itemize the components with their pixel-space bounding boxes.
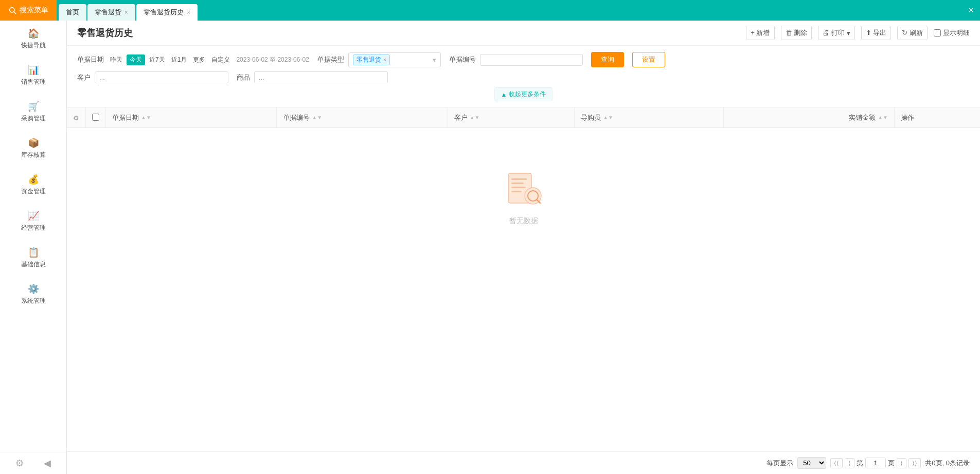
- doc-type-filter-group: 单据类型 零售退货 × ▾: [317, 52, 441, 67]
- sort-doc-number[interactable]: 单据编号 ▲▼: [283, 113, 441, 122]
- doc-type-tag-close[interactable]: ×: [383, 57, 386, 63]
- sort-doc-date[interactable]: 单据日期 ▲▼: [112, 113, 270, 122]
- prev-page-button[interactable]: ⟨: [845, 458, 854, 468]
- tab-retail-return[interactable]: 零售退货 ×: [87, 4, 135, 21]
- sort-doc-date-icon: ▲▼: [141, 115, 151, 120]
- date-opt-more[interactable]: 更多: [191, 54, 207, 65]
- doc-type-select[interactable]: 零售退货 × ▾: [348, 52, 441, 67]
- customer-filter-group: 客户 ...: [77, 71, 228, 83]
- customer-select[interactable]: ...: [95, 71, 228, 83]
- tab-retail-return-history[interactable]: 零售退货历史 ×: [136, 4, 198, 21]
- date-filter-label: 单据日期: [77, 55, 104, 64]
- tab-retail-return-history-close[interactable]: ×: [187, 9, 190, 16]
- col-doc-number: 单据编号 ▲▼: [277, 108, 448, 128]
- search-menu-button[interactable]: 搜索菜单: [0, 0, 57, 21]
- total-records: 共0页, 0条记录: [925, 459, 970, 468]
- operations-icon: 📈: [28, 210, 39, 222]
- date-opt-1month[interactable]: 近1月: [169, 54, 189, 65]
- svg-rect-5: [511, 187, 526, 188]
- sort-doc-number-icon: ▲▼: [312, 115, 322, 120]
- date-opt-custom[interactable]: 自定义: [209, 54, 232, 65]
- page-label: 第: [857, 459, 863, 468]
- date-opt-7days[interactable]: 近7天: [147, 54, 167, 65]
- doc-number-input[interactable]: [480, 54, 583, 66]
- goods-placeholder: ...: [259, 74, 264, 81]
- sort-amount[interactable]: 实销金额 ▲▼: [730, 113, 888, 122]
- sidebar-settings-button[interactable]: ⚙: [15, 458, 24, 469]
- doc-type-tag: 零售退货 ×: [353, 54, 390, 65]
- select-all-checkbox[interactable]: [92, 114, 99, 121]
- table-footer: 每页显示 50 10 20 100 ⟨⟨ ⟨ 第 页 ⟩ ⟩⟩ 共0页, 0条记…: [67, 451, 980, 474]
- empty-text: 暂无数据: [509, 216, 538, 226]
- print-button[interactable]: 🖨 打印 ▾: [818, 26, 855, 40]
- pagination-nav: ⟨⟨ ⟨ 第 页 ⟩ ⟩⟩: [830, 458, 921, 468]
- per-page-label: 每页显示: [767, 459, 793, 468]
- column-settings-icon[interactable]: ⚙: [73, 114, 79, 122]
- tab-home[interactable]: 首页: [59, 4, 86, 21]
- table-header-row: ⚙ 单据日期 ▲▼ 单据编号: [67, 108, 980, 128]
- basic-info-icon: 📋: [28, 247, 39, 258]
- doc-type-dropdown-icon: ▾: [433, 56, 436, 64]
- next-page-button[interactable]: ⟩: [897, 458, 906, 468]
- per-page-select[interactable]: 50 10 20 100: [797, 457, 826, 469]
- tabs-area: 首页 零售退货 × 零售退货历史 ×: [57, 0, 962, 21]
- goods-filter-group: 商品 ...: [237, 71, 388, 83]
- system-icon: ⚙️: [28, 283, 39, 295]
- customer-label: 客户: [77, 73, 91, 82]
- sidebar-item-finance[interactable]: 💰 资金管理: [0, 167, 66, 203]
- sidebar-item-basic-info[interactable]: 📋 基础信息: [0, 240, 66, 276]
- print-dropdown-icon: ▾: [847, 29, 850, 37]
- sort-guide-icon: ▲▼: [603, 115, 613, 120]
- col-actions: 操作: [894, 108, 980, 128]
- doc-number-label: 单据编号: [449, 55, 476, 64]
- sidebar-item-sales-mgmt[interactable]: 📊 销售管理: [0, 57, 66, 94]
- date-filter-group: 单据日期 昨天 今天 近7天 近1月 更多 自定义 2023-06-02 至 2…: [77, 54, 309, 65]
- filter-settings-button[interactable]: 设置: [632, 52, 665, 67]
- sidebar-collapse-button[interactable]: ◀: [44, 458, 51, 469]
- quick-nav-icon: 🏠: [28, 28, 39, 39]
- new-button[interactable]: + 新增: [746, 26, 774, 40]
- content-area: 零售退货历史 + 新增 🗑 删除 🖨 打印 ▾ ⬆ 导出 ↻ 刷新: [67, 21, 980, 474]
- svg-rect-3: [511, 178, 527, 180]
- collapse-filter-button[interactable]: ▲ 收起更多条件: [494, 87, 553, 101]
- export-button[interactable]: ⬆ 导出: [861, 26, 892, 40]
- sidebar-item-system[interactable]: ⚙️ 系统管理: [0, 276, 66, 313]
- table-body: 暂无数据: [67, 128, 980, 267]
- sales-mgmt-icon: 📊: [28, 64, 39, 76]
- svg-rect-4: [511, 183, 524, 184]
- customer-placeholder: ...: [99, 74, 105, 81]
- sidebar-item-purchase-mgmt[interactable]: 🛒 采购管理: [0, 94, 66, 130]
- window-close-button[interactable]: ×: [962, 5, 980, 16]
- query-button[interactable]: 查询: [591, 52, 624, 67]
- col-doc-date: 单据日期 ▲▼: [106, 108, 277, 128]
- col-guide: 导购员 ▲▼: [575, 108, 723, 128]
- sidebar-bottom: ⚙ ◀: [0, 452, 66, 474]
- page-header: 零售退货历史 + 新增 🗑 删除 🖨 打印 ▾ ⬆ 导出 ↻ 刷新: [67, 21, 980, 46]
- date-opt-yesterday[interactable]: 昨天: [108, 54, 124, 65]
- refresh-button[interactable]: ↻ 刷新: [897, 26, 928, 40]
- filter-row-1: 单据日期 昨天 今天 近7天 近1月 更多 自定义 2023-06-02 至 2…: [77, 52, 970, 67]
- goods-select[interactable]: ...: [254, 71, 388, 83]
- inventory-icon: 📦: [28, 137, 39, 149]
- sort-guide[interactable]: 导购员 ▲▼: [581, 113, 717, 122]
- last-page-button[interactable]: ⟩⟩: [908, 458, 921, 468]
- sidebar-item-operations[interactable]: 📈 经营管理: [0, 203, 66, 240]
- delete-button[interactable]: 🗑 删除: [781, 26, 812, 40]
- doc-number-filter-group: 单据编号: [449, 54, 583, 66]
- sidebar-item-inventory[interactable]: 📦 库存核算: [0, 130, 66, 167]
- sort-customer[interactable]: 客户 ▲▼: [454, 113, 568, 122]
- show-detail-checkbox[interactable]: [934, 29, 941, 37]
- first-page-button[interactable]: ⟨⟨: [830, 458, 843, 468]
- tab-retail-return-close[interactable]: ×: [124, 9, 128, 16]
- date-range-display: 2023-06-02 至 2023-06-02: [236, 56, 309, 64]
- sidebar-item-quick-nav[interactable]: 🏠 快捷导航: [0, 21, 66, 57]
- col-amount: 实销金额 ▲▼: [723, 108, 894, 128]
- page-title: 零售退货历史: [77, 27, 133, 39]
- doc-type-label: 单据类型: [317, 55, 344, 64]
- page-input[interactable]: [865, 458, 886, 468]
- date-opt-today[interactable]: 今天: [127, 54, 145, 65]
- empty-state: 暂无数据: [67, 128, 980, 267]
- sort-amount-icon: ▲▼: [878, 115, 888, 120]
- col-customer: 客户 ▲▼: [448, 108, 575, 128]
- search-icon: [8, 6, 16, 14]
